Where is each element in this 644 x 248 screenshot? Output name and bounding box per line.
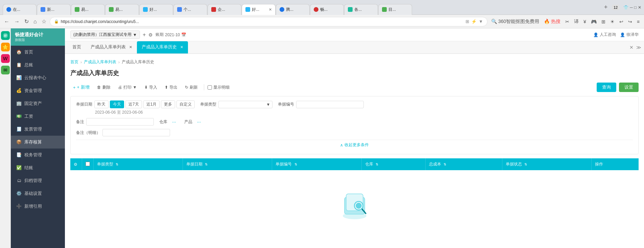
tab-close-7[interactable]: ✕ <box>269 7 272 12</box>
scissors-btn[interactable]: ✂ <box>564 18 571 25</box>
window-shirt-icon[interactable]: 👕 <box>623 5 628 10</box>
home-browser-button[interactable]: ⌂ <box>32 17 38 26</box>
breadcrumb-list[interactable]: 产成品入库单列表 <box>84 59 116 65</box>
refresh-button[interactable]: ↻ 刷新 <box>182 84 200 91</box>
delete-button[interactable]: 🗑 删除 <box>94 84 113 91</box>
th-type[interactable]: 单据类型 ⇅ <box>93 158 183 170</box>
th-number[interactable]: 单据编号 ⇅ <box>272 158 361 170</box>
sidebar-item-invoice[interactable]: 🧾 发票管理 <box>11 123 65 136</box>
star-icon[interactable]: ⭐ <box>1 43 10 51</box>
tab-list[interactable]: 产成品入库单列表 ✕ <box>86 41 137 53</box>
browser-tab-4[interactable]: 好... <box>139 4 173 15</box>
browser-tab-2[interactable]: 易... <box>71 4 105 15</box>
browser-tab-1[interactable]: 新... <box>37 4 71 15</box>
th-cost[interactable]: 总成本 ⇅ <box>425 158 502 170</box>
sidebar-item-close[interactable]: ✅ 结账 <box>11 161 65 174</box>
translate-btn[interactable]: 译 <box>572 18 580 26</box>
search-360-btn[interactable]: 🔍 360智能抠图免费用 <box>490 18 541 26</box>
dropdown-icon[interactable]: ▼ <box>479 19 483 24</box>
forward-button[interactable]: → <box>13 17 21 26</box>
menu-btn[interactable]: ≡ <box>635 18 641 25</box>
hot-search-btn[interactable]: 🔥 热搜 <box>542 18 562 26</box>
query-button[interactable]: 查询 <box>597 83 616 92</box>
date-btn-1month[interactable]: 近1月 <box>143 100 160 108</box>
user-profile[interactable]: 👤 徐泽华 <box>620 32 639 38</box>
date-btn-today[interactable]: 今天 <box>110 100 124 108</box>
ai-consult[interactable]: 👤 人工咨询 <box>593 32 616 38</box>
mail-icon[interactable]: ✉ <box>1 66 10 74</box>
date-btn-yesterday[interactable]: 昨天 <box>94 100 109 108</box>
sidebar-item-report[interactable]: 📊 云报表中心 <box>11 71 65 84</box>
filter-note-detail-input[interactable] <box>102 129 170 136</box>
browser-tab-10[interactable]: 各... <box>344 4 378 15</box>
company-selector[interactable]: (勿删勿禁用）江西服宝测试专用 ▼ <box>70 30 140 39</box>
refresh-label: 刷新 <box>190 85 198 90</box>
show-detail-checkbox[interactable]: 显示明细 <box>208 85 230 90</box>
tab-home[interactable]: 首页 <box>68 41 86 53</box>
browser-tab-11[interactable]: 目... <box>378 4 412 15</box>
theme-btn[interactable]: ☀ <box>609 18 616 25</box>
window-min-button[interactable]: ─ <box>630 5 633 10</box>
tab-history[interactable]: 产成品入库单历史 ✕ <box>137 41 188 53</box>
show-detail-input[interactable] <box>208 85 212 90</box>
filter-note-input[interactable] <box>86 118 154 126</box>
sidebar-item-archive[interactable]: 🗂 归档管理 <box>11 174 65 187</box>
settings-gear-button[interactable]: ⚙ <box>148 32 153 38</box>
sidebar-item-assets[interactable]: 🏢 固定资产 <box>11 97 65 110</box>
more-options-icon[interactable]: ≫ <box>636 45 641 50</box>
sidebar-item-fund[interactable]: 💰 资金管理 <box>11 84 65 97</box>
yuan-btn[interactable]: ¥ <box>582 18 588 25</box>
filter-number-input[interactable] <box>296 101 364 108</box>
browser-tab-0[interactable]: 在... <box>3 4 37 15</box>
tab-list-close[interactable]: ✕ <box>129 45 132 49</box>
filter-warehouse-dots[interactable]: ··· <box>169 119 179 125</box>
sidebar-item-add[interactable]: ➕ 新增引用 <box>11 200 65 213</box>
th-status[interactable]: 单据状态 ⇅ <box>502 158 591 170</box>
filter-product-dots[interactable]: ··· <box>194 119 204 125</box>
browser-tab-9[interactable]: 畅... <box>310 4 344 15</box>
sidebar-item-tax[interactable]: 📑 税务管理 <box>11 149 65 161</box>
browser-tab-3[interactable]: 易... <box>105 4 139 15</box>
back-btn2[interactable]: ↩ <box>618 18 625 25</box>
date-btn-more[interactable]: 更多 <box>161 100 175 108</box>
th-checkbox[interactable] <box>82 158 93 170</box>
browser-tab-6[interactable]: 企... <box>208 4 241 15</box>
date-btn-7days[interactable]: 近7天 <box>125 100 142 108</box>
game-btn[interactable]: 🎮 <box>589 18 598 25</box>
browser-tab-8[interactable]: 腾... <box>276 4 310 15</box>
new-button[interactable]: + + 新增 <box>70 83 92 91</box>
back-button[interactable]: ← <box>3 17 11 26</box>
add-company-button[interactable]: + <box>143 32 146 38</box>
browser-tab-7[interactable]: 好... ✕ <box>242 4 276 15</box>
th-gear[interactable]: ⚙ <box>70 158 82 170</box>
date-btn-custom[interactable]: 自定义 <box>176 100 195 108</box>
close-all-button[interactable]: ✕ <box>629 45 634 50</box>
browser-tab-5[interactable]: 个... <box>173 4 207 15</box>
sidebar-item-ledger[interactable]: 📋 总账 <box>11 59 65 71</box>
sidebar-item-salary[interactable]: 💵 工资 <box>11 110 65 123</box>
new-tab-button[interactable]: + <box>601 3 611 12</box>
th-date[interactable]: 单据日期 ⇅ <box>183 158 272 170</box>
bookmark-button[interactable]: ☆ <box>40 17 48 26</box>
th-warehouse[interactable]: 仓库 ⇅ <box>361 158 425 170</box>
sidebar-item-settings[interactable]: ⚙️ 基础设置 <box>11 187 65 200</box>
address-bar[interactable]: 🔒 https://cloud.chanjet.com/accounting/u… <box>50 17 487 26</box>
grid-btn[interactable]: ⊞ <box>600 18 607 25</box>
forward-btn2[interactable]: ↪ <box>626 18 634 25</box>
tab-history-close[interactable]: ✕ <box>180 45 183 49</box>
sidebar-item-home[interactable]: 🏠 首页 <box>11 46 65 59</box>
breadcrumb-home[interactable]: 首页 <box>70 59 78 65</box>
setting-button[interactable]: 设置 <box>619 83 639 92</box>
window-max-button[interactable]: □ <box>634 5 637 10</box>
print-button[interactable]: 🖨 打印 ▼ <box>115 84 140 91</box>
filter-type-select[interactable]: ▼ <box>218 101 272 108</box>
sidebar-item-inventory[interactable]: 📦 库存核算 <box>11 136 65 149</box>
export-button[interactable]: ⬆ 导出 <box>162 84 180 91</box>
refresh-browser-button[interactable]: ↻ <box>23 17 30 26</box>
import-button[interactable]: ⬇ 导入 <box>142 84 160 91</box>
lightning-icon[interactable]: ⚡ <box>471 19 477 24</box>
window-close-button[interactable]: ✕ <box>638 5 641 10</box>
weibo-icon[interactable]: W <box>1 54 10 63</box>
collapse-button[interactable]: ∧ 收起更多条件 <box>340 142 369 148</box>
select-all-checkbox[interactable] <box>86 162 90 166</box>
